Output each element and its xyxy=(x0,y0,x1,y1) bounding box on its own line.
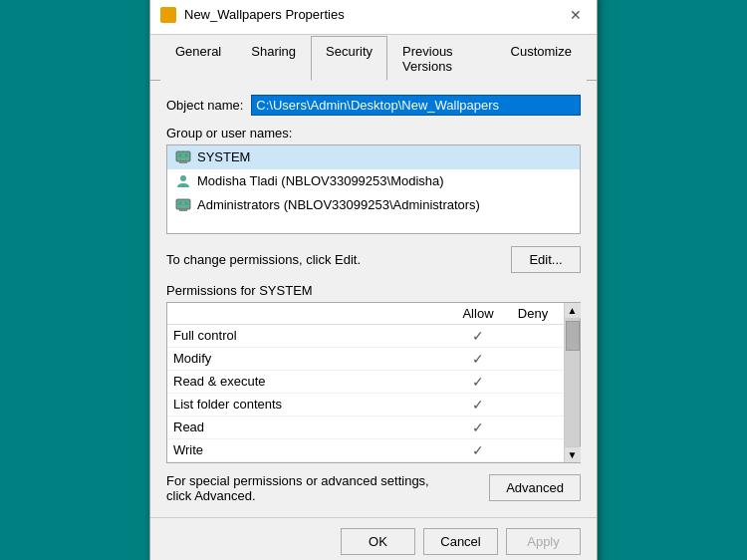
perm-deny-header: Deny xyxy=(508,306,558,321)
object-name-label: Object name: xyxy=(166,98,243,113)
svg-point-2 xyxy=(178,153,182,157)
folder-icon xyxy=(160,7,176,23)
perm-name-fullcontrol: Full control xyxy=(173,328,448,343)
advanced-text: For special permissions or advanced sett… xyxy=(166,473,429,503)
perm-name-readexecute: Read & execute xyxy=(173,374,448,389)
group-label: Group or user names: xyxy=(166,126,581,140)
tab-previous-versions[interactable]: Previous Versions xyxy=(387,36,496,81)
edit-button[interactable]: Edit... xyxy=(511,246,581,273)
object-name-row: Object name: C:\Users\Admin\Desktop\New_… xyxy=(166,95,581,116)
dialog-title: New_Wallpapers Properties xyxy=(184,7,557,22)
perm-row-listfolder: List folder contents ✓ xyxy=(167,394,580,417)
tab-customize[interactable]: Customize xyxy=(496,36,587,81)
perm-row-fullcontrol: Full control ✓ xyxy=(167,325,580,348)
properties-dialog: New_Wallpapers Properties ✕ General Shar… xyxy=(149,0,598,560)
svg-point-8 xyxy=(184,201,188,205)
svg-point-7 xyxy=(178,201,182,205)
svg-point-4 xyxy=(180,175,186,181)
tab-security[interactable]: Security xyxy=(311,36,387,81)
footer: OK Cancel Apply xyxy=(150,517,597,561)
scroll-thumb xyxy=(566,321,580,351)
perm-name-header xyxy=(173,306,448,321)
tab-content: Object name: C:\Users\Admin\Desktop\New_… xyxy=(150,81,597,517)
cancel-button[interactable]: Cancel xyxy=(423,528,498,555)
advanced-row: For special permissions or advanced sett… xyxy=(166,473,581,503)
permissions-header: Permissions for SYSTEM xyxy=(166,283,581,298)
users-list: SYSTEM Modisha Tladi (NBLOV33099253\Modi… xyxy=(166,144,581,234)
perm-allow-readexecute: ✓ xyxy=(448,374,508,390)
perm-allow-write: ✓ xyxy=(448,442,508,458)
permissions-column-headers: Allow Deny xyxy=(167,303,580,325)
group-section: Group or user names: SYSTEM xyxy=(166,126,581,234)
perm-row-readexecute: Read & execute ✓ xyxy=(167,371,580,394)
tab-bar: General Sharing Security Previous Versio… xyxy=(150,35,597,81)
perm-name-listfolder: List folder contents xyxy=(173,397,448,412)
user-icon xyxy=(175,173,191,189)
perm-name-write: Write xyxy=(173,442,448,457)
permissions-table: Allow Deny Full control ✓ Modify ✓ xyxy=(166,302,581,463)
perm-allow-listfolder: ✓ xyxy=(448,397,508,413)
user-name-modisha: Modisha Tladi (NBLOV33099253\Modisha) xyxy=(197,173,444,188)
object-name-value: C:\Users\Admin\Desktop\New_Wallpapers xyxy=(251,95,581,116)
title-bar: New_Wallpapers Properties ✕ xyxy=(150,0,597,35)
apply-button[interactable]: Apply xyxy=(506,528,581,555)
svg-point-3 xyxy=(184,153,188,157)
system-icon xyxy=(175,149,191,165)
perm-row-modify: Modify ✓ xyxy=(167,348,580,371)
change-perms-text: To change permissions, click Edit. xyxy=(166,252,361,267)
scroll-up-arrow[interactable]: ▲ xyxy=(565,303,581,319)
perm-row-write: Write ✓ xyxy=(167,439,580,462)
tab-general[interactable]: General xyxy=(160,36,236,81)
ok-button[interactable]: OK xyxy=(341,528,415,555)
perm-allow-header: Allow xyxy=(448,306,508,321)
user-item-modisha[interactable]: Modisha Tladi (NBLOV33099253\Modisha) xyxy=(167,169,580,193)
close-button[interactable]: ✕ xyxy=(565,4,587,26)
scroll-down-arrow[interactable]: ▼ xyxy=(565,446,581,462)
svg-rect-6 xyxy=(179,209,187,211)
user-name-system: SYSTEM xyxy=(197,149,250,164)
svg-rect-1 xyxy=(179,161,187,163)
perm-allow-fullcontrol: ✓ xyxy=(448,328,508,344)
admins-icon xyxy=(175,197,191,213)
permissions-scrollbar[interactable]: ▲ ▼ xyxy=(564,303,580,462)
change-perms-row: To change permissions, click Edit. Edit.… xyxy=(166,246,581,273)
permissions-section: Permissions for SYSTEM Allow Deny Full c… xyxy=(166,283,581,463)
perm-allow-modify: ✓ xyxy=(448,351,508,367)
perm-name-read: Read xyxy=(173,420,448,434)
user-item-system[interactable]: SYSTEM xyxy=(167,145,580,169)
advanced-button[interactable]: Advanced xyxy=(489,474,581,501)
svg-rect-5 xyxy=(176,199,190,209)
perm-name-modify: Modify xyxy=(173,351,448,366)
scroll-track xyxy=(565,319,580,446)
user-name-admins: Administrators (NBLOV33099253\Administra… xyxy=(197,197,480,212)
tab-sharing[interactable]: Sharing xyxy=(236,36,311,81)
perm-row-read: Read ✓ xyxy=(167,417,580,439)
user-item-admins[interactable]: Administrators (NBLOV33099253\Administra… xyxy=(167,193,580,217)
svg-rect-0 xyxy=(176,151,190,161)
perm-allow-read: ✓ xyxy=(448,420,508,435)
